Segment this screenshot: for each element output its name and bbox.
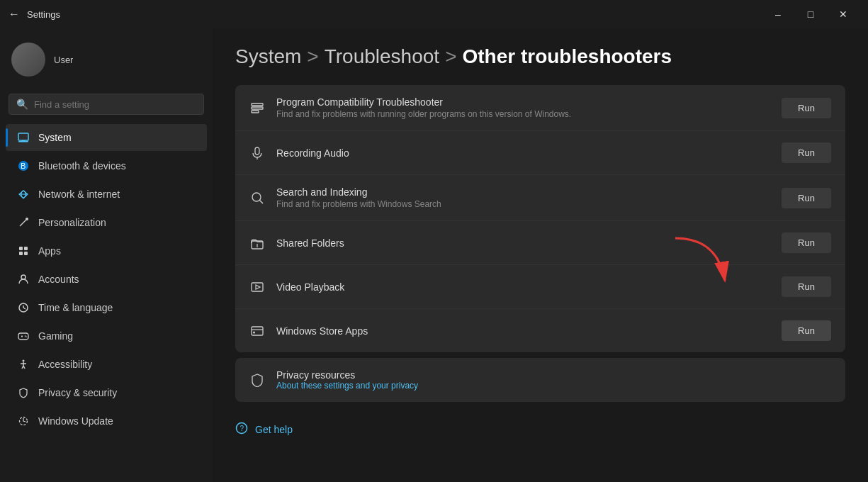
svg-line-34 bbox=[260, 201, 264, 204]
svg-line-16 bbox=[23, 308, 26, 309]
nav-time[interactable]: Time & language bbox=[6, 294, 207, 321]
privacy-resources-text: Privacy resources About these settings a… bbox=[276, 369, 831, 391]
windows-store-text: Windows Store Apps bbox=[276, 325, 770, 337]
nav-bluetooth-label: Bluetooth & devices bbox=[38, 160, 126, 172]
user-name: User bbox=[54, 55, 73, 65]
breadcrumb-troubleshoot[interactable]: Troubleshoot bbox=[325, 45, 439, 68]
close-button[interactable]: ✕ bbox=[827, 3, 859, 26]
windows-store-title: Windows Store Apps bbox=[276, 325, 770, 337]
back-icon[interactable]: ← bbox=[9, 8, 20, 21]
nav-system[interactable]: System bbox=[6, 124, 207, 151]
recording-audio-run-button[interactable]: Run bbox=[782, 142, 831, 163]
privacy-icon bbox=[17, 386, 30, 399]
troubleshooter-program-compat: Program Compatibility Troubleshooter Fin… bbox=[235, 85, 845, 131]
nav-accounts[interactable]: Accounts bbox=[6, 266, 207, 293]
svg-point-8 bbox=[26, 218, 28, 220]
svg-rect-30 bbox=[252, 111, 259, 113]
shared-folders-text: Shared Folders bbox=[276, 237, 770, 249]
breadcrumb-sep2: > bbox=[445, 45, 456, 68]
nav-update-label: Windows Update bbox=[38, 415, 113, 427]
nav-privacy-label: Privacy & security bbox=[38, 387, 117, 398]
svg-rect-28 bbox=[252, 103, 263, 106]
breadcrumb-sep1: > bbox=[307, 45, 318, 68]
nav-privacy[interactable]: Privacy & security bbox=[6, 379, 207, 406]
svg-line-26 bbox=[23, 366, 25, 369]
svg-rect-10 bbox=[24, 247, 28, 250]
program-compat-title: Program Compatibility Troubleshooter bbox=[276, 96, 770, 108]
sidebar: User 🔍 System B Bluetooth & devices Netw… bbox=[0, 28, 213, 482]
svg-point-21 bbox=[26, 336, 27, 337]
privacy-resources-link[interactable]: About these settings and your privacy bbox=[276, 381, 831, 391]
time-icon bbox=[17, 301, 30, 314]
nav-gaming[interactable]: Gaming bbox=[6, 323, 207, 349]
svg-rect-37 bbox=[252, 283, 263, 291]
troubleshooter-list: Program Compatibility Troubleshooter Fin… bbox=[235, 85, 845, 352]
privacy-resources-item: Privacy resources About these settings a… bbox=[235, 358, 845, 402]
windows-store-run-button[interactable]: Run bbox=[782, 320, 831, 341]
update-icon bbox=[17, 415, 30, 427]
nav-accessibility[interactable]: Accessibility bbox=[6, 351, 207, 378]
recording-audio-text: Recording Audio bbox=[276, 147, 770, 159]
content-area: System > Troubleshoot > Other troublesho… bbox=[213, 28, 868, 482]
video-playback-run-button[interactable]: Run bbox=[782, 276, 831, 297]
minimize-button[interactable]: – bbox=[762, 3, 794, 26]
network-icon bbox=[17, 188, 30, 201]
nav-apps[interactable]: Apps bbox=[6, 237, 207, 264]
nav-time-label: Time & language bbox=[38, 302, 113, 313]
troubleshooter-windows-store: Windows Store Apps Run bbox=[235, 309, 845, 352]
search-box[interactable]: 🔍 bbox=[9, 94, 204, 115]
video-playback-title: Video Playback bbox=[276, 281, 770, 293]
titlebar-title: Settings bbox=[27, 9, 60, 20]
video-playback-text: Video Playback bbox=[276, 281, 770, 293]
privacy-resources-title: Privacy resources bbox=[276, 369, 831, 381]
bluetooth-icon: B bbox=[17, 159, 30, 172]
svg-text:B: B bbox=[21, 162, 26, 170]
nav-update[interactable]: Windows Update bbox=[6, 408, 207, 435]
svg-point-20 bbox=[25, 335, 26, 337]
breadcrumb-system[interactable]: System bbox=[235, 45, 301, 68]
program-compat-desc: Find and fix problems with running older… bbox=[276, 109, 770, 119]
get-help-label: Get help bbox=[255, 424, 293, 435]
search-input[interactable] bbox=[34, 99, 196, 110]
svg-point-22 bbox=[23, 360, 25, 362]
troubleshooter-search-indexing: Search and Indexing Find and fix problem… bbox=[235, 175, 845, 221]
svg-rect-9 bbox=[19, 247, 23, 250]
search-indexing-run-button[interactable]: Run bbox=[782, 188, 831, 208]
nav-accessibility-label: Accessibility bbox=[38, 359, 92, 370]
system-icon bbox=[17, 131, 30, 144]
nav-system-label: System bbox=[38, 132, 72, 143]
search-icon: 🔍 bbox=[16, 99, 28, 110]
recording-audio-title: Recording Audio bbox=[276, 147, 770, 159]
nav-personalization[interactable]: Personalization bbox=[6, 209, 207, 236]
troubleshooter-recording-audio: Recording Audio Run bbox=[235, 131, 845, 175]
titlebar: ← Settings – □ ✕ bbox=[0, 0, 868, 28]
svg-text:?: ? bbox=[240, 425, 244, 432]
nav-apps-label: Apps bbox=[38, 245, 61, 257]
get-help-icon: ? bbox=[235, 422, 248, 437]
titlebar-left: ← Settings bbox=[9, 8, 60, 21]
svg-point-42 bbox=[253, 331, 255, 333]
get-help[interactable]: ? Get help bbox=[235, 416, 845, 442]
titlebar-controls: – □ ✕ bbox=[762, 3, 859, 26]
shared-folders-icon bbox=[249, 235, 265, 251]
breadcrumb-current: Other troubleshooters bbox=[462, 45, 672, 68]
windows-store-icon bbox=[249, 323, 265, 339]
nav-bluetooth[interactable]: B Bluetooth & devices bbox=[6, 152, 207, 179]
troubleshooter-video-playback: Video Playback Run bbox=[235, 265, 845, 309]
maximize-button[interactable]: □ bbox=[794, 3, 827, 26]
user-profile: User bbox=[0, 34, 213, 85]
breadcrumb: System > Troubleshoot > Other troublesho… bbox=[235, 45, 845, 68]
svg-marker-38 bbox=[256, 285, 260, 289]
nav-network[interactable]: Network & internet bbox=[6, 181, 207, 208]
accounts-icon bbox=[17, 273, 30, 286]
shared-folders-run-button[interactable]: Run bbox=[782, 232, 831, 253]
nav-network-label: Network & internet bbox=[38, 189, 120, 200]
program-compat-run-button[interactable]: Run bbox=[782, 98, 831, 118]
app-body: User 🔍 System B Bluetooth & devices Netw… bbox=[0, 28, 868, 482]
video-playback-icon bbox=[249, 279, 265, 295]
nav-personalization-label: Personalization bbox=[38, 217, 106, 228]
svg-rect-2 bbox=[22, 140, 26, 142]
nav-gaming-label: Gaming bbox=[38, 330, 73, 342]
troubleshooter-shared-folders: Shared Folders Run bbox=[235, 221, 845, 265]
search-indexing-desc: Find and fix problems with Windows Searc… bbox=[276, 199, 770, 209]
